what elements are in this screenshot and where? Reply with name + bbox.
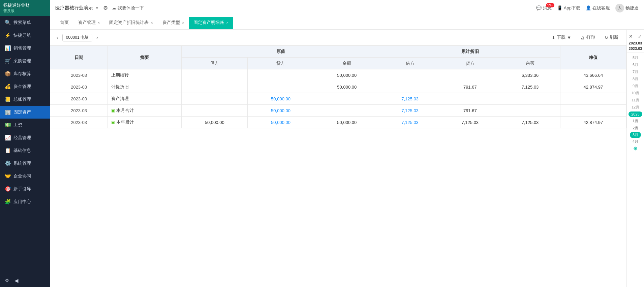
table-row: 2023-03 计提折旧 50,000.00 791.67 7,125.03 4… (50, 81, 626, 93)
close-tab-asset-type-icon[interactable]: × (182, 21, 184, 25)
sidebar-item-sysadmin[interactable]: ⚙️ 系统管理 (0, 157, 50, 170)
sidebar-item-salary[interactable]: 💵 工资 (0, 119, 50, 131)
toolbar-right: ⬇ 下载 ▼ 🖨 打印 ↻ 刷新 (549, 33, 621, 42)
sidebar-item-label: 应用中心 (13, 199, 31, 205)
lightning-icon: ⚡ (5, 32, 11, 38)
app-edition: 普及版 (3, 8, 30, 13)
cell-dep-credit: 791.67 (440, 81, 500, 93)
tab-asset-type-label: 资产类型 (162, 20, 180, 26)
timeline-panel: ✕ ⤢ 2023.03 2023.03 5月 6月 7月 8月 9月 10月 1… (626, 30, 644, 287)
table-section: ‹ 000001 电脑 › ⬇ 下载 ▼ 🖨 打印 ↻ 刷新 (50, 30, 626, 287)
user-menu-btn[interactable]: 人 畅捷通 (615, 4, 639, 12)
tab-asset-type[interactable]: 资产类型 × (158, 17, 189, 29)
close-tab-asset-mgmt-icon[interactable]: × (98, 21, 100, 25)
close-timeline-icon[interactable]: ✕ (629, 34, 633, 39)
collapse-icon[interactable]: ◀ (14, 278, 19, 284)
sidebar-footer: ⚙ ◀ (0, 274, 50, 287)
cell-date: 2023-03 (50, 81, 108, 93)
target-icon: 🎯 (5, 186, 11, 192)
close-tab-asset-detail-icon[interactable]: × (226, 21, 228, 25)
content-area: ‹ 000001 电脑 › ⬇ 下载 ▼ 🖨 打印 ↻ 刷新 (50, 30, 644, 287)
tab-home[interactable]: 首页 (55, 17, 73, 29)
timeline-month-2[interactable]: 2月 (633, 125, 638, 132)
cell-orig-credit (248, 69, 314, 81)
refresh-btn[interactable]: ↻ 刷新 (602, 33, 621, 42)
timeline-month-12[interactable]: 12月 (632, 104, 639, 111)
cell-orig-debit (182, 93, 248, 105)
close-tab-depreciation-stat-icon[interactable]: × (151, 21, 153, 25)
app-download-btn[interactable]: 📱 App下载 (557, 5, 580, 11)
sidebar-item-label: 基础信息 (13, 148, 31, 154)
tabbar: 首页 资产管理 × 固定资产折旧统计表 × 资产类型 × 固定资产明细账 × (50, 16, 644, 30)
sidebar-item-baseinfo[interactable]: 📋 基础信息 (0, 144, 50, 157)
cell-dep-balance: 6,333.36 (500, 69, 560, 81)
cell-dep-balance (500, 105, 560, 117)
sidebar-item-quicknav[interactable]: ⚡ 快捷导航 (0, 29, 50, 42)
timeline-month-3-active[interactable]: 3月 (630, 132, 641, 138)
table-row: 2023-03 资产清理 50,000.00 7,125.03 (50, 93, 626, 105)
timeline-month-4[interactable]: 4月 (633, 138, 638, 145)
next-asset-btn[interactable]: › (95, 34, 99, 41)
timeline-month-7[interactable]: 7月 (633, 68, 638, 75)
sidebar: 畅捷通好业财 普及版 🔍 搜索菜单 ⚡ 快捷导航 📊 销售管理 🛒 采购管理 📦… (0, 0, 50, 287)
timeline-month-1[interactable]: 1月 (633, 118, 638, 125)
company-title: 医疗器械行业演示 ▼ (55, 5, 99, 11)
timeline-month-11[interactable]: 11月 (632, 97, 639, 104)
col-orig-balance: 余额 (314, 58, 380, 69)
sidebar-item-fixedasset[interactable]: 🏢 固定资产 (0, 106, 50, 119)
cell-net-value: 42,874.97 (560, 117, 626, 128)
message-icon: 💬 (536, 5, 542, 10)
timeline-month-10[interactable]: 10月 (632, 90, 639, 97)
col-net-value: 净值 (560, 46, 626, 69)
sidebar-item-appcenter[interactable]: 🧩 应用中心 (0, 195, 50, 208)
print-btn[interactable]: 🖨 打印 (578, 33, 598, 42)
cell-dep-credit: 791.67 (440, 105, 500, 117)
sidebar-item-capital[interactable]: 💰 资金管理 (0, 80, 50, 93)
col-dep-balance: 余额 (500, 58, 560, 69)
sidebar-item-label: 销售管理 (13, 45, 31, 51)
sidebar-item-purchase[interactable]: 🛒 采购管理 (0, 55, 50, 67)
sidebar-item-collab[interactable]: 🤝 企业协同 (0, 170, 50, 183)
sidebar-item-label: 库存核算 (13, 71, 31, 77)
cell-date: 2023-03 (50, 93, 108, 105)
dropdown-arrow-icon[interactable]: ▼ (95, 6, 99, 10)
settings-gear-icon[interactable]: ⚙ (103, 5, 108, 11)
messages-btn[interactable]: 💬 消息 99+ (536, 5, 552, 11)
sidebar-item-inventory[interactable]: 📦 库存核算 (0, 67, 50, 80)
download-btn[interactable]: ⬇ 下载 ▼ (549, 33, 574, 42)
sidebar-item-guide[interactable]: 🎯 新手引导 (0, 183, 50, 195)
online-service-btn[interactable]: 👤 在线客服 (586, 5, 610, 11)
cart-icon: 🛒 (5, 58, 11, 64)
messages-badge: 99+ (546, 3, 554, 7)
prev-asset-btn[interactable]: ‹ (55, 34, 60, 41)
timeline-down-arrow-icon[interactable]: ⊕ (633, 145, 638, 152)
cloud-icon: ☁ (112, 5, 116, 10)
timeline-year-2023-badge[interactable]: 2023 (628, 111, 642, 117)
sidebar-item-search[interactable]: 🔍 搜索菜单 (0, 16, 50, 29)
cell-orig-debit (182, 69, 248, 81)
col-accumulated-dep: 累计折旧 (380, 46, 560, 58)
sidebar-item-sales[interactable]: 📊 销售管理 (0, 42, 50, 55)
timeline-date2: 2023.03 (629, 46, 642, 51)
col-dep-credit: 贷方 (440, 58, 500, 69)
main-area: 医疗器械行业演示 ▼ ⚙ ☁ 我要体验一下 💬 消息 99+ 📱 App下载 👤… (50, 0, 644, 287)
sidebar-item-ops[interactable]: 📈 经营管理 (0, 131, 50, 144)
timeline-month-8[interactable]: 8月 (633, 75, 638, 83)
experience-btn[interactable]: ☁ 我要体验一下 (112, 5, 144, 11)
download-btn-icon: ⬇ (552, 35, 555, 40)
tab-asset-detail[interactable]: 固定资产明细账 × (189, 17, 233, 29)
tab-asset-mgmt[interactable]: 资产管理 × (73, 17, 104, 29)
tab-depreciation-stat[interactable]: 固定资产折旧统计表 × (104, 17, 157, 29)
expand-timeline-icon[interactable]: ⤢ (638, 34, 642, 39)
cell-dep-credit (440, 93, 500, 105)
cell-dep-debit: 7,125.03 (380, 93, 440, 105)
cell-net-value (560, 93, 626, 105)
sidebar-item-label: 系统管理 (13, 160, 31, 166)
timeline-month-6[interactable]: 6月 (633, 61, 638, 68)
settings-icon[interactable]: ⚙ (5, 278, 9, 284)
timeline-month-5[interactable]: 5月 (633, 54, 638, 61)
sidebar-item-label: 资金管理 (13, 84, 31, 90)
timeline-month-9[interactable]: 9月 (633, 83, 638, 90)
cell-orig-credit: 50,000.00 (248, 117, 314, 128)
sidebar-item-ledger[interactable]: 📒 总账管理 (0, 93, 50, 106)
